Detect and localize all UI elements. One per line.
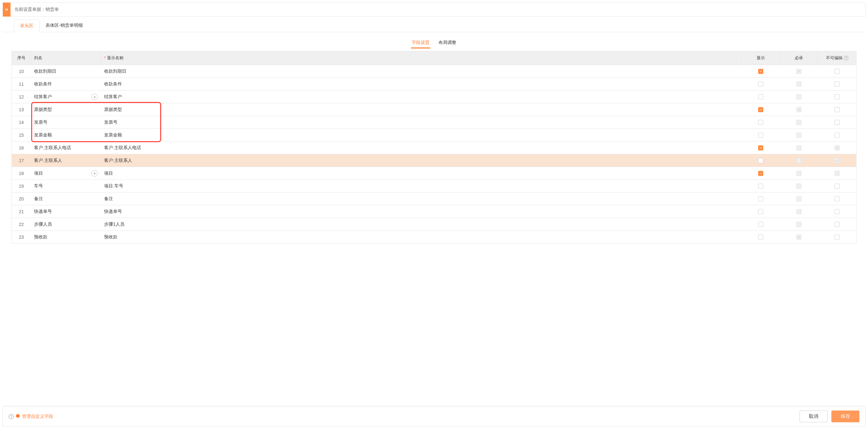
cell-display-name[interactable]: 预收款 <box>101 232 742 242</box>
expand-toggle[interactable] <box>3 3 10 17</box>
sub-tab[interactable]: 字段设置 <box>411 38 430 49</box>
checkbox[interactable] <box>835 107 840 112</box>
cell-display-name[interactable]: 备注 <box>101 194 742 204</box>
cell-show <box>742 181 780 191</box>
th-required: 必录 <box>780 51 818 65</box>
cell-show <box>742 143 780 153</box>
cell-display-name[interactable]: 票据类型 <box>101 104 742 115</box>
cell-lock <box>818 66 856 77</box>
checkbox <box>796 82 802 87</box>
checkbox[interactable] <box>758 235 763 240</box>
cell-required <box>780 181 818 191</box>
checkbox[interactable] <box>758 222 763 227</box>
table-row[interactable]: 14发票号发票号 <box>12 116 856 129</box>
checkbox[interactable] <box>835 183 840 189</box>
col-label: 预收款 <box>34 234 48 240</box>
table-row[interactable]: 12结算客户+结算客户 <box>12 90 856 103</box>
checkbox[interactable] <box>835 196 840 201</box>
main-tab[interactable]: 表头区 <box>14 20 39 32</box>
checkbox[interactable] <box>835 120 840 125</box>
cell-required <box>780 194 818 204</box>
checkbox[interactable] <box>758 69 763 74</box>
checkbox <box>835 158 840 163</box>
cell-seq: 21 <box>12 206 31 217</box>
cell-display-name[interactable]: 收款条件 <box>101 79 742 90</box>
table-row[interactable]: 16客户.主联系人电话客户.主联系人电话 <box>12 142 856 154</box>
header-prefix: 当前设置单据： <box>14 7 45 12</box>
cell-show <box>742 130 780 140</box>
checkbox <box>796 145 802 150</box>
table-row[interactable]: 20备注备注 <box>12 193 856 205</box>
table-row[interactable]: 23预收款预收款 <box>12 231 856 244</box>
checkbox[interactable] <box>835 133 840 138</box>
cell-show <box>742 79 780 89</box>
cell-seq: 19 <box>12 181 31 191</box>
cell-col: 结算客户+ <box>31 91 101 103</box>
cell-display-name[interactable]: 快递单号 <box>101 206 742 217</box>
cell-display-name[interactable]: 客户.主联系人电话 <box>101 142 742 153</box>
checkbox[interactable] <box>835 209 840 214</box>
checkbox[interactable] <box>758 209 763 214</box>
cell-display-name[interactable]: 发票金额 <box>101 130 742 141</box>
cell-display-name[interactable]: 项目 <box>101 168 742 179</box>
cell-required <box>780 143 818 153</box>
checkbox[interactable] <box>758 133 763 138</box>
table-row[interactable]: 11收款条件收款条件 <box>12 78 856 90</box>
cell-lock <box>818 92 856 102</box>
cell-show <box>742 105 780 115</box>
cell-display-name[interactable]: 客户.主联系人 <box>101 155 742 166</box>
sub-tab[interactable]: 布局调整 <box>438 38 457 49</box>
cell-seq: 23 <box>12 232 31 242</box>
expand-plus-button[interactable]: + <box>91 94 98 100</box>
table-row[interactable]: 15发票金额发票金额 <box>12 129 856 142</box>
checkbox <box>796 133 802 138</box>
expand-plus-button[interactable]: + <box>91 170 98 177</box>
checkbox <box>835 145 840 150</box>
info-icon[interactable]: ? <box>844 56 848 60</box>
cell-show <box>742 232 780 242</box>
table-row[interactable]: 18项目+项目 <box>12 167 856 180</box>
cell-seq: 14 <box>12 117 31 127</box>
checkbox[interactable] <box>835 82 840 87</box>
cell-seq: 13 <box>12 105 31 115</box>
checkbox <box>796 120 802 125</box>
table-row[interactable]: 13票据类型票据类型 <box>12 103 856 116</box>
cell-required <box>780 219 818 229</box>
checkbox[interactable] <box>758 94 763 99</box>
cell-display-name[interactable]: 步骤1人员 <box>101 219 742 230</box>
cell-col: 步骤人员 <box>31 219 101 230</box>
checkbox[interactable] <box>835 94 840 99</box>
cell-seq: 22 <box>12 219 31 229</box>
cell-show <box>742 155 780 166</box>
cell-display-name[interactable]: 结算客户 <box>101 91 742 102</box>
checkbox[interactable] <box>758 120 763 125</box>
checkbox[interactable] <box>758 171 763 176</box>
cell-required <box>780 117 818 127</box>
table-row[interactable]: 21快递单号快递单号 <box>12 205 856 218</box>
table-row[interactable]: 19车号项目.车号 <box>12 180 856 193</box>
table-row[interactable]: 10收款到期日收款到期日 <box>12 65 856 78</box>
checkbox[interactable] <box>758 82 763 87</box>
cell-show <box>742 194 780 204</box>
checkbox[interactable] <box>758 107 763 112</box>
table-row[interactable]: 22步骤人员步骤1人员 <box>12 218 856 231</box>
checkbox[interactable] <box>835 235 840 240</box>
checkbox[interactable] <box>835 69 840 74</box>
cell-display-name[interactable]: 收款到期日 <box>101 66 742 77</box>
col-label: 收款到期日 <box>34 68 56 74</box>
cell-seq: 20 <box>12 194 31 204</box>
table-row[interactable]: 17客户.主联系人客户.主联系人 <box>12 154 856 167</box>
col-label: 发票号 <box>34 119 48 125</box>
main-tab[interactable]: 表体区-销货单明细 <box>39 19 89 32</box>
checkbox[interactable] <box>758 196 763 201</box>
cell-display-name[interactable]: 发票号 <box>101 117 742 128</box>
cell-show <box>742 219 780 229</box>
checkbox[interactable] <box>758 183 763 189</box>
checkbox[interactable] <box>835 222 840 227</box>
cell-col: 预收款 <box>31 232 101 242</box>
checkbox[interactable] <box>758 145 763 150</box>
header-doc-name: 销货单 <box>45 7 59 12</box>
cell-col: 发票号 <box>31 117 101 128</box>
cell-display-name[interactable]: 项目.车号 <box>101 181 742 192</box>
checkbox[interactable] <box>758 158 763 163</box>
